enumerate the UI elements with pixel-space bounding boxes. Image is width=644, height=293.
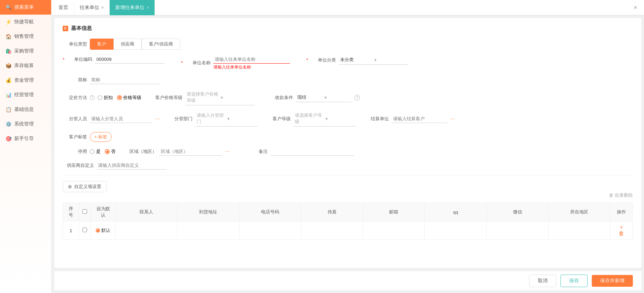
unit-name-input[interactable] [213, 55, 290, 64]
stop-use-radio-group: 是 否 [90, 148, 116, 155]
add-tag-button[interactable]: + 标签 [90, 132, 112, 142]
row-region[interactable] [548, 221, 610, 240]
payment-terms-help-icon[interactable]: ? [354, 95, 360, 100]
department-arrow: ▾ [227, 116, 257, 121]
pricing-discount-option[interactable]: 折扣 [97, 95, 113, 101]
customer-price-level-placeholder: 请选择客户价格等级 [187, 91, 219, 104]
save-button[interactable]: 保存 [560, 275, 588, 287]
fax-input[interactable] [305, 228, 359, 233]
contact-input[interactable] [119, 228, 174, 233]
manager-more-btn[interactable]: ··· [155, 116, 160, 122]
select-all-checkbox[interactable] [83, 209, 87, 214]
stop-use-yes-label: 是 [96, 148, 101, 155]
short-name-input[interactable] [90, 76, 159, 84]
settlement-unit-label: 结算单位 [364, 116, 389, 122]
settlement-unit-field: 结算单位 ··· [364, 115, 455, 123]
unit-code-input[interactable] [95, 55, 165, 64]
row-action-cell: + 🗑 [610, 221, 633, 240]
pricing-row: 定价方法 ? 折扣 价格等级 客户价格等级 请选择客户价格等级 [63, 90, 633, 105]
sidebar-item-inventory[interactable]: 📦 库存核算 [0, 58, 51, 73]
unit-type-both-btn[interactable]: 客户/供应商 [142, 39, 180, 50]
pricing-level-option[interactable]: 价格等级 [117, 95, 141, 101]
unit-category-select[interactable]: 未分类 ▾ [339, 55, 408, 65]
region-input[interactable] [159, 147, 222, 156]
row-fax[interactable] [301, 221, 363, 240]
unit-name-required: * [181, 60, 183, 65]
col-email: 邮箱 [363, 203, 425, 221]
sidebar-item-basics[interactable]: 📋 基础信息 [0, 102, 51, 117]
sidebar-item-operations[interactable]: 📊 经营管理 [0, 88, 51, 102]
quick-nav-icon: ⚡ [6, 19, 11, 25]
custom-settings-button[interactable]: ⚙ 自定义项设置 [63, 181, 107, 192]
row-delete-button[interactable]: 🗑 [617, 230, 626, 237]
payment-terms-arrow: ▾ [324, 95, 350, 100]
remarks-input[interactable] [270, 147, 354, 156]
col-contact: 联系人 [116, 203, 178, 221]
custom-settings-row: ⚙ 自定义项设置 [63, 181, 633, 192]
pricing-method-field: 定价方法 ? 折扣 价格等级 [63, 95, 141, 101]
tab-new-contact[interactable]: 新增往来单位 × [110, 0, 155, 15]
customer-price-level-select[interactable]: 请选择客户价格等级 ▾ [185, 90, 255, 105]
tab-new-contact-close[interactable]: × [147, 5, 149, 10]
customer-level-arrow: ▾ [325, 116, 355, 121]
region-more-btn[interactable]: ··· [225, 148, 229, 155]
manager-input[interactable] [90, 115, 152, 123]
row-phone[interactable] [239, 221, 301, 240]
tab-contacts[interactable]: 往来单位 × [74, 0, 110, 15]
wechat-input[interactable] [490, 228, 545, 233]
col-fax: 传真 [301, 203, 363, 221]
batch-delete[interactable]: 🗑 批量删除 [63, 192, 633, 198]
tab-contacts-close[interactable]: × [101, 5, 104, 10]
row-qq[interactable] [425, 221, 487, 240]
pricing-info-icon[interactable]: ? [90, 95, 95, 100]
sidebar-item-purchase[interactable]: 🛍️ 采购管理 [0, 44, 51, 58]
system-icon: ⚙️ [6, 121, 11, 127]
sidebar-item-search[interactable]: 🔍 搜索菜单 [0, 0, 51, 15]
cancel-button[interactable]: 取消 [529, 275, 556, 287]
custom-settings-label: 自定义项设置 [74, 184, 101, 190]
unit-type-customer-btn[interactable]: 客户 [90, 39, 113, 50]
address-input[interactable] [181, 228, 236, 233]
sidebar-item-sales[interactable]: 🏠 销售管理 [0, 29, 51, 44]
sidebar-item-quick-nav[interactable]: ⚡ 快捷导航 [0, 15, 51, 29]
phone-input[interactable] [243, 228, 298, 233]
supplier-custom-input[interactable] [97, 161, 166, 170]
stop-use-yes-option[interactable]: 是 [90, 148, 101, 155]
contacts-table: 序号 设为默认 联系人 到货地址 电话号码 传真 邮箱 qq 微信 所在地区 操… [63, 203, 633, 240]
pricing-discount-radio [97, 95, 102, 100]
sidebar-item-label: 库存核算 [14, 63, 34, 69]
settlement-unit-more-btn[interactable]: ··· [450, 116, 455, 122]
window-close-button[interactable]: × [628, 5, 643, 11]
row-index: 1 [63, 221, 79, 240]
sidebar-item-system[interactable]: ⚙️ 系统管理 [0, 117, 51, 131]
form-area: F 基本信息 单位类型 客户 供应商 客户/供应商 * 单位编码 [54, 18, 641, 268]
unit-type-supplier-btn[interactable]: 供应商 [113, 39, 142, 50]
qq-input[interactable] [428, 228, 483, 233]
row-wechat[interactable] [487, 221, 549, 240]
stop-use-row: 停用 是 否 区域（地区） ··· 备注 [63, 147, 633, 156]
sidebar-item-finance[interactable]: 💰 资金管理 [0, 73, 51, 88]
row-default-radio[interactable] [96, 228, 100, 233]
unit-type-field: 单位类型 客户 供应商 客户/供应商 [63, 39, 180, 50]
table-header: 序号 设为默认 联系人 到货地址 电话号码 传真 邮箱 qq 微信 所在地区 操… [63, 203, 633, 221]
short-name-label: 简称 [63, 77, 87, 83]
email-input[interactable] [367, 228, 421, 233]
row-checkbox[interactable] [83, 228, 87, 232]
customer-price-level-arrow: ▾ [221, 95, 253, 100]
stop-use-no-option[interactable]: 否 [105, 148, 116, 155]
row-add-button[interactable]: + [619, 224, 625, 230]
department-placeholder: 请输入分管部门 [197, 112, 226, 125]
payment-terms-select[interactable]: 现结 ▾ [296, 93, 352, 102]
department-select[interactable]: 请输入分管部门 ▾ [195, 111, 258, 127]
tab-home[interactable]: 首页 [53, 0, 74, 15]
unit-type-label: 单位类型 [63, 41, 87, 47]
customer-level-select[interactable]: 请选择客户等级 ▾ [293, 111, 356, 127]
region-table-input[interactable] [552, 228, 607, 233]
save-new-button[interactable]: 保存并新增 [592, 275, 633, 287]
row-address[interactable] [177, 221, 239, 240]
row-contact[interactable] [116, 221, 178, 240]
row-email[interactable] [363, 221, 425, 240]
row-default-cell: 默认 [91, 221, 116, 240]
sidebar-item-guide[interactable]: 🎯 新手引导 [0, 131, 51, 146]
settlement-unit-input[interactable] [392, 115, 447, 123]
